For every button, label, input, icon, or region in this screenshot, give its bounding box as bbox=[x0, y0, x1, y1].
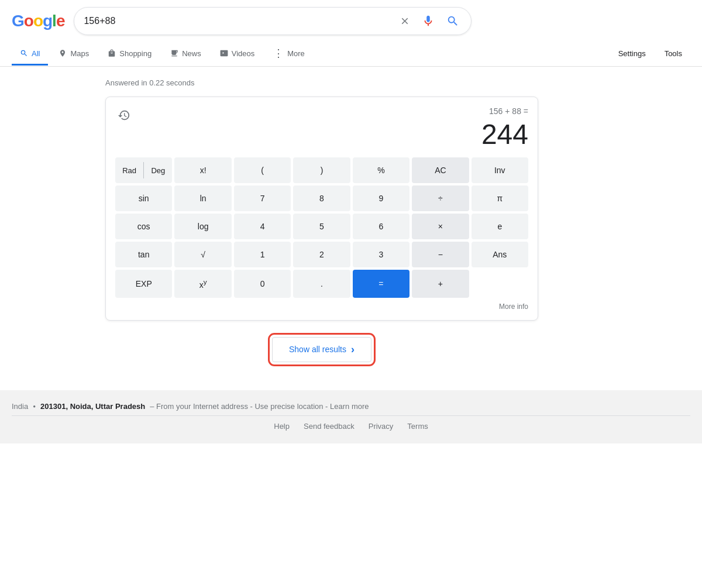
open-paren-button[interactable]: ( bbox=[234, 157, 291, 183]
two-button[interactable]: 2 bbox=[293, 242, 350, 267]
six-button[interactable]: 6 bbox=[353, 214, 410, 239]
show-all-results-button[interactable]: Show all results › bbox=[272, 337, 371, 362]
nine-button[interactable]: 9 bbox=[353, 185, 410, 211]
ans-button[interactable]: Ans bbox=[472, 242, 528, 267]
divide-button[interactable]: ÷ bbox=[412, 185, 469, 211]
location-country: India bbox=[12, 402, 28, 411]
footer-help[interactable]: Help bbox=[274, 422, 290, 431]
calc-result-area: 156 + 88 = 244 bbox=[481, 106, 528, 150]
multiply-button[interactable]: × bbox=[412, 214, 469, 239]
nav-tools[interactable]: Tools bbox=[656, 43, 690, 66]
nav-right: Settings Tools bbox=[610, 43, 690, 66]
search-icons bbox=[397, 12, 462, 30]
nav-more[interactable]: ⋮ More bbox=[265, 42, 313, 66]
four-button[interactable]: 4 bbox=[234, 214, 291, 239]
log-button[interactable]: log bbox=[174, 214, 231, 239]
search-input[interactable] bbox=[84, 16, 397, 26]
eight-button[interactable]: 8 bbox=[293, 185, 350, 211]
nav-shopping[interactable]: Shopping bbox=[99, 43, 160, 66]
nav-news[interactable]: News bbox=[162, 43, 209, 66]
footer: India ● 201301, Noida, Uttar Pradesh – F… bbox=[0, 390, 702, 443]
footer-terms[interactable]: Terms bbox=[407, 422, 428, 431]
google-logo[interactable]: Google bbox=[12, 12, 64, 30]
location-address: 201301, Noida, Uttar Pradesh bbox=[40, 402, 145, 411]
zero-button[interactable]: 0 bbox=[234, 270, 291, 298]
calculator-card: 156 + 88 = 244 Rad Deg x! ( ) % AC Inv s… bbox=[105, 97, 538, 321]
more-dots-icon: ⋮ bbox=[273, 48, 284, 59]
sin-button[interactable]: sin bbox=[115, 185, 172, 211]
decimal-button[interactable]: . bbox=[293, 270, 350, 298]
ln-button[interactable]: ln bbox=[174, 185, 231, 211]
nav-videos[interactable]: Videos bbox=[212, 43, 263, 66]
search-button[interactable] bbox=[444, 12, 462, 30]
nav-all[interactable]: All bbox=[12, 43, 48, 66]
calc-history-button[interactable] bbox=[115, 106, 133, 124]
voice-search-button[interactable] bbox=[419, 12, 437, 30]
footer-links: Help Send feedback Privacy Terms bbox=[12, 416, 690, 436]
main-content: Answered in 0.22 seconds 156 + 88 = 244 … bbox=[94, 67, 550, 390]
nav-bar: All Maps Shopping News Videos ⋮ More Set… bbox=[0, 42, 702, 67]
deg-button[interactable]: Deg bbox=[144, 157, 172, 183]
percent-button[interactable]: % bbox=[353, 157, 410, 183]
search-bar bbox=[74, 7, 472, 35]
clear-button[interactable] bbox=[397, 13, 412, 29]
footer-send-feedback[interactable]: Send feedback bbox=[304, 422, 355, 431]
subtract-button[interactable]: − bbox=[412, 242, 469, 267]
answered-text: Answered in 0.22 seconds bbox=[105, 78, 538, 87]
three-button[interactable]: 3 bbox=[353, 242, 410, 267]
chevron-right-icon: › bbox=[351, 343, 355, 356]
show-all-container: Show all results › bbox=[105, 337, 538, 362]
ac-button[interactable]: AC bbox=[412, 157, 469, 183]
calc-header: 156 + 88 = 244 bbox=[115, 106, 528, 150]
more-info-link[interactable]: More info bbox=[499, 302, 528, 311]
seven-button[interactable]: 7 bbox=[234, 185, 291, 211]
one-button[interactable]: 1 bbox=[234, 242, 291, 267]
euler-button[interactable]: e bbox=[472, 214, 528, 239]
pi-button[interactable]: π bbox=[472, 185, 528, 211]
five-button[interactable]: 5 bbox=[293, 214, 350, 239]
equals-button[interactable]: = bbox=[353, 270, 410, 298]
more-info-row: More info bbox=[115, 302, 528, 311]
power-button[interactable]: xy bbox=[174, 270, 231, 298]
header: Google bbox=[0, 0, 702, 42]
cos-button[interactable]: cos bbox=[115, 214, 172, 239]
inv-button[interactable]: Inv bbox=[472, 157, 528, 183]
nav-maps[interactable]: Maps bbox=[50, 43, 97, 66]
calc-expression: 156 + 88 = bbox=[481, 106, 528, 116]
calc-result: 244 bbox=[481, 118, 528, 150]
close-paren-button[interactable]: ) bbox=[293, 157, 350, 183]
footer-privacy[interactable]: Privacy bbox=[369, 422, 394, 431]
footer-location: India ● 201301, Noida, Uttar Pradesh – F… bbox=[12, 397, 690, 416]
calc-button-grid: Rad Deg x! ( ) % AC Inv sin ln 7 8 9 ÷ π… bbox=[115, 157, 528, 298]
sqrt-button[interactable]: √ bbox=[174, 242, 231, 267]
location-dot: ● bbox=[33, 404, 36, 409]
nav-settings[interactable]: Settings bbox=[610, 43, 654, 66]
location-suffix: – From your Internet address - Use preci… bbox=[150, 402, 369, 411]
tan-button[interactable]: tan bbox=[115, 242, 172, 267]
factorial-button[interactable]: x! bbox=[174, 157, 231, 183]
rad-deg-toggle[interactable]: Rad Deg bbox=[115, 157, 172, 183]
rad-button[interactable]: Rad bbox=[115, 157, 143, 183]
add-button[interactable]: + bbox=[412, 270, 469, 298]
exp-button[interactable]: EXP bbox=[115, 270, 172, 298]
